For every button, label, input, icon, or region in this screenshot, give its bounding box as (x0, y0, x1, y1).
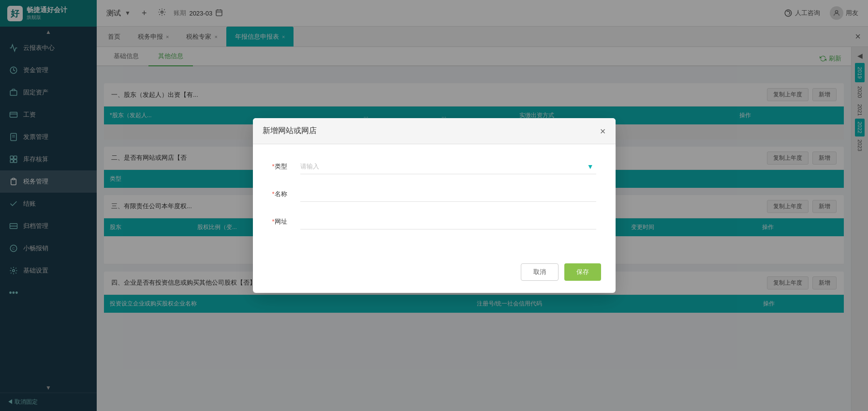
name-input[interactable] (300, 186, 596, 202)
modal-footer: 取消 保存 (253, 256, 616, 293)
modal-add-website: 新增网站或网店 × *类型 ▼ *名称 (253, 118, 616, 293)
save-button[interactable]: 保存 (564, 263, 601, 281)
modal-overlay: 新增网站或网店 × *类型 ▼ *名称 (0, 0, 868, 411)
modal-title: 新增网站或网店 (263, 126, 317, 136)
form-input-wrapper-url (300, 214, 596, 229)
url-input[interactable] (300, 214, 596, 229)
form-row-name: *名称 (272, 186, 596, 202)
form-row-url: *网址 (272, 214, 596, 229)
form-input-wrapper-name (300, 186, 596, 202)
form-input-wrapper-type: ▼ (300, 159, 596, 174)
form-label-type: *类型 (272, 162, 296, 171)
type-input[interactable] (300, 159, 596, 174)
modal-close-button[interactable]: × (600, 126, 606, 136)
cancel-button[interactable]: 取消 (521, 263, 559, 281)
modal-body: *类型 ▼ *名称 *网址 (253, 144, 616, 256)
modal-header: 新增网站或网店 × (253, 118, 616, 144)
form-label-name: *名称 (272, 190, 296, 198)
form-row-type: *类型 ▼ (272, 159, 596, 174)
form-label-url: *网址 (272, 217, 296, 226)
